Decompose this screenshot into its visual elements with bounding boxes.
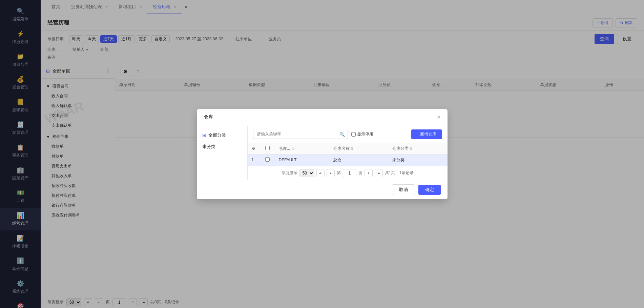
table-row[interactable]: 1 DEFAULT 总仓 未分类 xyxy=(248,154,448,166)
modal-select-all-checkbox[interactable] xyxy=(265,146,270,150)
modal-search-input[interactable] xyxy=(253,130,337,138)
modal-cancel-btn[interactable]: 取消 xyxy=(392,184,415,195)
modal-next-page-btn[interactable]: › xyxy=(365,169,373,177)
modal-per-page-select[interactable]: 50 xyxy=(299,169,314,177)
modal-search-icon[interactable]: 🔍 xyxy=(337,130,348,139)
modal-close-btn[interactable]: × xyxy=(437,114,441,121)
category-sort-icon[interactable]: ⇅ xyxy=(410,147,412,150)
modal-show-disabled-label[interactable]: 显示停用 xyxy=(351,131,373,137)
modal-col-category: 仓库分类 ⇅ xyxy=(388,143,447,155)
modal-gear-icon[interactable]: ⚙ xyxy=(252,146,255,151)
row-code: DEFAULT xyxy=(275,154,330,166)
modal-all-category[interactable]: ⊞ 全部分类 xyxy=(197,129,247,141)
modal-col-code: 仓库... ⇅ xyxy=(275,143,330,155)
modal-prev-page-btn[interactable]: ‹ xyxy=(327,169,335,177)
modal-last-page-btn[interactable]: » xyxy=(375,169,383,177)
code-sort-icon[interactable]: ⇅ xyxy=(291,147,294,150)
modal-per-page-label: 每页显示 xyxy=(281,170,297,176)
modal-right-panel: 🔍 显示停用 + 新增仓库 xyxy=(248,126,448,180)
modal-page-suffix: 页 xyxy=(358,170,362,176)
row-name: 总仓 xyxy=(329,154,388,166)
modal-pagination: 每页显示 50 « ‹ 第 页 › » 共1页，1条记录 xyxy=(248,166,448,180)
modal-footer: 取消 确定 xyxy=(197,180,448,199)
modal-body: ⊞ 全部分类 未分类 🔍 显示停用 xyxy=(197,126,448,180)
modal-table: ⚙ 仓库... ⇅ xyxy=(248,143,448,166)
modal-header: 仓库 × xyxy=(197,109,448,126)
row-category: 未分类 xyxy=(388,154,447,166)
modal-left-panel: ⊞ 全部分类 未分类 xyxy=(197,126,248,180)
row-index: 1 xyxy=(248,154,261,166)
modal-title: 仓库 xyxy=(204,114,213,120)
row-checkbox xyxy=(261,154,275,166)
grid-icon: ⊞ xyxy=(202,132,206,138)
modal-confirm-btn[interactable]: 确定 xyxy=(418,185,441,195)
modal-col-gear: ⚙ xyxy=(248,143,261,155)
modal-total-info: 共1页，1条记录 xyxy=(385,170,414,176)
modal-toolbar: 🔍 显示停用 + 新增仓库 xyxy=(248,126,448,143)
modal-col-name: 仓库名称 ⇅ xyxy=(329,143,388,155)
warehouse-modal: 仓库 × ⊞ 全部分类 未分类 🔍 xyxy=(197,109,448,199)
modal-overlay: 仓库 × ⊞ 全部分类 未分类 🔍 xyxy=(0,0,644,308)
modal-first-page-btn[interactable]: « xyxy=(316,169,325,177)
name-sort-icon[interactable]: ⇅ xyxy=(351,147,353,150)
modal-page-input[interactable] xyxy=(343,169,356,177)
modal-page-label: 第 xyxy=(337,170,341,176)
modal-show-disabled-checkbox[interactable] xyxy=(351,132,356,137)
modal-search-box: 🔍 xyxy=(253,130,348,139)
modal-table-container: ⚙ 仓库... ⇅ xyxy=(248,143,448,166)
modal-uncategorized[interactable]: 未分类 xyxy=(197,141,247,152)
row-select-checkbox[interactable] xyxy=(265,157,270,162)
modal-col-check xyxy=(261,143,275,155)
modal-add-warehouse-btn[interactable]: + 新增仓库 xyxy=(411,129,442,139)
